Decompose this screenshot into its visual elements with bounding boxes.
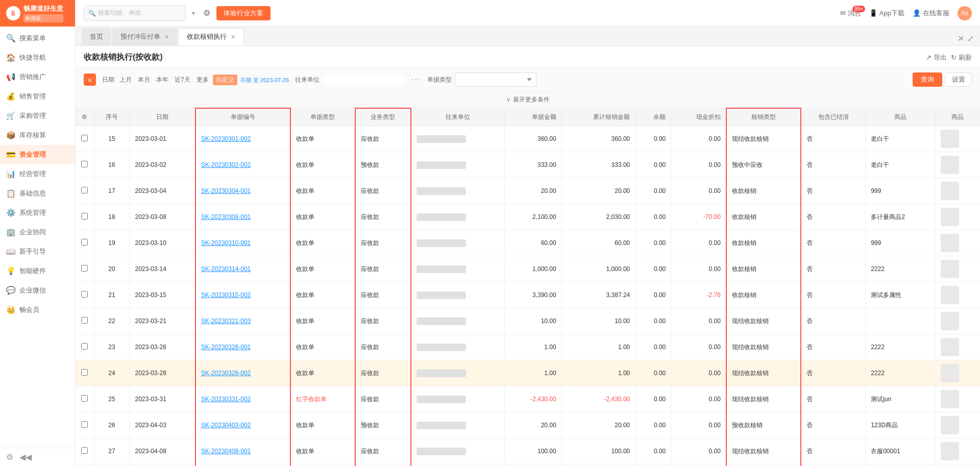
tab-prepay-close[interactable]: ✕ — [164, 34, 169, 40]
message-button[interactable]: ✉ 消息 99+ — [840, 9, 861, 18]
partner-input[interactable] — [323, 72, 408, 87]
export-button[interactable]: ↗ 导出 — [926, 53, 947, 62]
table-row: 23 2023-03-28 SK-20230328-001 收款单 应收款 ██… — [76, 334, 980, 360]
topbar-search[interactable]: 🔍 搜索功能、单据... — [84, 6, 186, 21]
cell-checkbox[interactable] — [76, 204, 94, 230]
sidebar-item-quick-nav[interactable]: 🏠 快捷导航 — [0, 48, 75, 67]
cell-checkbox[interactable] — [76, 256, 94, 282]
purchase-icon: 🛒 — [6, 111, 15, 120]
this-year-btn[interactable]: 本年 — [154, 75, 170, 85]
sidebar-item-marketing[interactable]: 📢 营销推广 — [0, 67, 75, 87]
cell-no: 24 — [94, 360, 130, 386]
cell-checkbox[interactable] — [76, 230, 94, 256]
tab-collect-close[interactable]: ✕ — [231, 34, 235, 40]
cell-total-writeoff: 100.00 — [561, 464, 635, 467]
custom-date-btn[interactable]: 自定义 — [213, 75, 237, 85]
sidebar-item-inventory[interactable]: 📦 库存核算 — [0, 126, 75, 145]
filter-settings-button[interactable]: 设置 — [945, 72, 972, 87]
tab-collect-exec[interactable]: 收款核销执行 ✕ — [178, 28, 244, 45]
cell-checkbox[interactable] — [76, 126, 94, 152]
expand-conditions-button[interactable]: ∨ 展开更多条件 — [506, 96, 549, 103]
tab-home-label: 首页 — [90, 32, 103, 41]
cell-no: 15 — [94, 126, 130, 152]
cell-cash-discount: 0.00 — [671, 360, 726, 386]
close-tab-icon[interactable]: ✕ — [958, 34, 964, 43]
industry-solution-button[interactable]: 体验行业方案 — [216, 6, 271, 20]
cell-bill-type: 收款单 — [290, 334, 356, 360]
cell-checkbox[interactable] — [76, 412, 94, 438]
cell-include-settled: 否 — [801, 204, 866, 230]
tab-prepay-list[interactable]: 预付冲应付单 ✕ — [112, 28, 177, 45]
cell-writeoff-type: 现结收款核销 — [726, 386, 801, 412]
cell-biz-type: 应收款 — [355, 386, 411, 412]
cell-checkbox[interactable] — [76, 438, 94, 464]
tab-home[interactable]: 首页 — [82, 28, 111, 45]
more-date-btn[interactable]: 更多 — [194, 75, 211, 85]
cell-checkbox[interactable] — [76, 152, 94, 178]
cell-date: 2023-04-08 — [130, 438, 195, 464]
sidebar-item-hardware[interactable]: 💡 智能硬件 — [0, 261, 75, 281]
cell-checkbox[interactable] — [76, 308, 94, 334]
sidebar-item-sales[interactable]: 💰 销售管理 — [0, 87, 75, 106]
cell-partner: ████████ — [411, 438, 505, 464]
restore-tab-icon[interactable]: ⤢ — [967, 34, 974, 43]
logo-icon: 6 — [6, 6, 20, 20]
cell-bill-amount: 20.00 — [505, 412, 562, 438]
cell-no: 17 — [94, 178, 130, 204]
sidebar-item-finance[interactable]: 💳 资金管理 — [0, 145, 75, 164]
guide-icon: 📖 — [6, 247, 15, 256]
last-month-btn[interactable]: 上月 — [117, 75, 134, 85]
collapse-icon[interactable]: ◀◀ — [19, 452, 32, 462]
query-button[interactable]: 查询 — [913, 72, 942, 87]
cell-checkbox[interactable] — [76, 334, 94, 360]
content-header: 收款核销执行(按收款) ↗ 导出 ↻ 刷新 — [76, 46, 980, 67]
cell-biz-type: 应收款 — [355, 334, 411, 360]
cell-no: 20 — [94, 256, 130, 282]
cell-writeoff-type: 现结收款核销 — [726, 438, 801, 464]
sidebar-item-member[interactable]: 👑 畅会员 — [0, 300, 75, 320]
last-7days-btn[interactable]: 近7天 — [173, 75, 192, 85]
sidebar-item-purchase[interactable]: 🛒 采购管理 — [0, 106, 75, 126]
sidebar-item-label: 采购管理 — [19, 111, 46, 120]
cell-no: 21 — [94, 282, 130, 308]
data-table-wrap: ⚙ 序号 日期 单据编号 单据类型 业务类型 往来单位 单据金额 累计核销金额 … — [76, 108, 980, 466]
sales-icon: 💰 — [6, 92, 15, 101]
sidebar-item-system[interactable]: ⚙️ 系统管理 — [0, 203, 75, 223]
cell-writeoff-type: 现结收款核销 — [726, 360, 801, 386]
col-header-setting[interactable]: ⚙ — [76, 108, 94, 126]
cell-no: 18 — [94, 204, 130, 230]
cell-partner: ████████ — [411, 282, 505, 308]
filter-toggle-button[interactable]: » — [84, 73, 96, 86]
date-label: 日期 — [102, 76, 114, 84]
search-placeholder: 搜索功能、单据... — [98, 9, 146, 17]
cell-bill-amount: 360.00 — [505, 126, 562, 152]
bill-type-select[interactable] — [455, 72, 536, 87]
cell-biz-type: 预收款 — [355, 152, 411, 178]
sidebar-item-guide[interactable]: 📖 新手引导 — [0, 242, 75, 261]
sidebar-item-corp[interactable]: 🏢 企业协同 — [0, 223, 75, 242]
online-service-button[interactable]: 👤 在线客服 — [913, 9, 949, 18]
refresh-button[interactable]: ↻ 刷新 — [951, 53, 972, 62]
topbar-gear-icon[interactable]: ⚙ — [203, 8, 210, 18]
this-month-btn[interactable]: 本月 — [136, 75, 152, 85]
cell-cash-discount: 0.00 — [671, 230, 726, 256]
user-avatar[interactable]: Rit — [958, 6, 972, 20]
sidebar-item-search-menu[interactable]: 🔍 搜索菜单 — [0, 29, 75, 48]
table-row: 17 2023-03-04 SK-20230304-001 收款单 应收款 ██… — [76, 178, 980, 204]
cell-checkbox[interactable] — [76, 386, 94, 412]
cell-checkbox[interactable] — [76, 178, 94, 204]
cell-product-img — [935, 204, 980, 230]
cell-writeoff-type: 现结收款核销 — [726, 308, 801, 334]
sidebar-item-operations[interactable]: 📊 经营管理 — [0, 164, 75, 184]
cell-checkbox[interactable] — [76, 360, 94, 386]
cell-total-writeoff: 3,387.24 — [561, 282, 635, 308]
cell-checkbox[interactable] — [76, 282, 94, 308]
sidebar-item-basics[interactable]: 📋 基础信息 — [0, 184, 75, 203]
app-download-button[interactable]: 📱 App下载 — [869, 9, 904, 18]
settings-icon[interactable]: ⚙ — [6, 452, 13, 462]
cell-checkbox[interactable] — [76, 464, 94, 467]
cell-balance: 0.00 — [635, 178, 671, 204]
sidebar-item-weixin[interactable]: 💬 企业微信 — [0, 281, 75, 300]
topbar-chevron[interactable]: ▾ — [192, 10, 195, 17]
cell-date: 2023-03-04 — [130, 178, 195, 204]
